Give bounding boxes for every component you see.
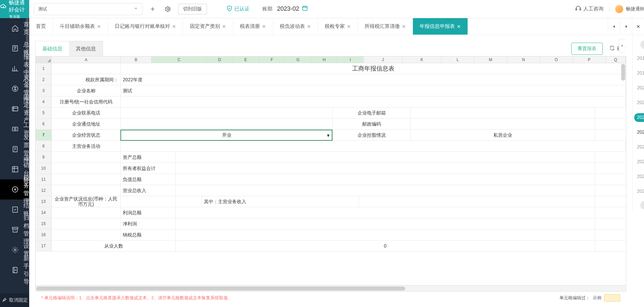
- year-2018年[interactable]: 2018年: [633, 51, 644, 66]
- year-2027年[interactable]: 2027年: [633, 184, 644, 199]
- value[interactable]: [176, 174, 595, 185]
- col-header-H[interactable]: H: [311, 56, 337, 63]
- value[interactable]: [121, 119, 333, 129]
- add-button[interactable]: [147, 4, 158, 14]
- label[interactable]: 净利润: [121, 218, 176, 229]
- label[interactable]: 企业电子邮箱: [333, 107, 411, 118]
- label[interactable]: 资产总额: [121, 152, 176, 163]
- year-down[interactable]: [640, 201, 644, 210]
- row-header[interactable]: 5: [36, 107, 52, 118]
- label[interactable]: 企业通信地址: [52, 119, 121, 129]
- tab-close-all[interactable]: [632, 18, 644, 35]
- label[interactable]: 企业名称: [52, 85, 121, 96]
- tab-close-icon[interactable]: ✕: [457, 24, 461, 29]
- value[interactable]: [176, 218, 595, 229]
- value[interactable]: [121, 107, 333, 118]
- value[interactable]: [176, 207, 595, 218]
- col-header-I[interactable]: I: [337, 56, 364, 63]
- tab[interactable]: 首页: [29, 18, 53, 35]
- value[interactable]: 2022年度: [121, 74, 626, 85]
- label[interactable]: 纳税总额: [121, 229, 176, 240]
- year-2020年[interactable]: 2020年: [633, 81, 644, 95]
- label[interactable]: 负债总额: [121, 174, 176, 185]
- value[interactable]: 0: [176, 240, 595, 251]
- spreadsheet[interactable]: ABCDEFGHIJKLMNOPQ 1工商年报信息表2税款所属期间：2022年度…: [35, 56, 626, 292]
- sheet-vscroll[interactable]: [621, 64, 625, 81]
- tab-close-icon[interactable]: ✕: [402, 24, 406, 29]
- col-header-C[interactable]: C: [152, 56, 207, 63]
- col-header-O[interactable]: O: [540, 56, 573, 63]
- label[interactable]: 企业联系电话: [52, 107, 121, 118]
- tab[interactable]: 年报信息申报表 ✕: [413, 18, 468, 35]
- subtab-basic[interactable]: 基础信息: [36, 41, 69, 56]
- sidebar-item-guide[interactable]: 新手引导: [0, 260, 29, 280]
- sidebar-scrollbar[interactable]: [26, 18, 29, 119]
- label[interactable]: 所有者权益合计: [121, 163, 176, 174]
- value[interactable]: [176, 229, 595, 240]
- value[interactable]: [411, 119, 595, 129]
- cell[interactable]: [176, 196, 202, 207]
- tab[interactable]: 税表清册 ✕: [233, 18, 273, 35]
- value[interactable]: [176, 163, 595, 174]
- label[interactable]: 邮政编码: [333, 119, 411, 129]
- value[interactable]: 测试: [121, 85, 626, 96]
- row-header[interactable]: 17: [36, 240, 52, 251]
- tab[interactable]: 所得税汇算清缴 ✕: [358, 18, 413, 35]
- tab[interactable]: 税检专家 ✕: [318, 18, 358, 35]
- col-header-L[interactable]: L: [441, 56, 474, 63]
- year-2025年[interactable]: 2025年: [633, 155, 644, 169]
- year-2019年[interactable]: 2019年: [633, 66, 644, 81]
- col-header-M[interactable]: M: [474, 56, 507, 63]
- sheet-hscroll[interactable]: [36, 285, 626, 291]
- value[interactable]: [411, 107, 595, 118]
- col-header-A[interactable]: A: [52, 56, 121, 63]
- tab-close-icon[interactable]: ✕: [307, 24, 311, 29]
- value[interactable]: [121, 96, 626, 107]
- value[interactable]: [176, 152, 595, 163]
- label[interactable]: 利润总额: [121, 207, 176, 218]
- value[interactable]: [359, 196, 595, 207]
- row-header[interactable]: 1: [36, 63, 52, 74]
- row-header[interactable]: 2: [36, 74, 52, 85]
- year-2026年[interactable]: 2026年: [633, 169, 644, 184]
- tab[interactable]: 固定资产类别 ✕: [183, 18, 233, 35]
- label[interactable]: 税款所属期间：: [52, 74, 121, 85]
- reset-report-button[interactable]: 重置报表: [571, 43, 603, 55]
- col-header-G[interactable]: G: [285, 56, 311, 63]
- row-header[interactable]: 14: [36, 207, 52, 218]
- tab[interactable]: 斗目辅助余额表 ✕: [53, 18, 108, 35]
- col-header-J[interactable]: J: [364, 56, 402, 63]
- consult-button[interactable]: 人工咨询: [575, 5, 603, 12]
- year-rail-collapse[interactable]: [619, 39, 626, 52]
- label[interactable]: 企业控股情况: [333, 130, 411, 140]
- sidebar-item-archive[interactable]: 归档管理: [0, 220, 29, 240]
- tab-close-icon[interactable]: ✕: [222, 24, 226, 29]
- col-header-B[interactable]: B: [121, 56, 152, 63]
- tab[interactable]: 税负波动表 ✕: [273, 18, 318, 35]
- switch-old-button[interactable]: 切到旧版: [178, 4, 207, 14]
- row-header[interactable]: 16: [36, 229, 52, 240]
- holding-value[interactable]: 私营企业: [411, 130, 595, 140]
- label[interactable]: 其中：主营业务收入: [202, 196, 359, 207]
- col-header-E[interactable]: E: [233, 56, 259, 63]
- label[interactable]: 企业经营状态: [52, 130, 121, 140]
- row-header[interactable]: 12: [36, 185, 52, 196]
- tab-close-icon[interactable]: ✕: [172, 24, 176, 29]
- label[interactable]: 从业人数: [52, 240, 176, 251]
- row-header[interactable]: 8: [36, 141, 52, 151]
- row-header[interactable]: 11: [36, 174, 52, 185]
- label[interactable]: 注册号/统一社会信用代码: [52, 96, 121, 107]
- value[interactable]: [121, 141, 626, 151]
- label[interactable]: 主营业务活动: [52, 141, 121, 151]
- select-all-corner[interactable]: [36, 56, 52, 63]
- label[interactable]: 营业总收入: [121, 185, 176, 196]
- year-up[interactable]: [640, 40, 644, 49]
- col-header-F[interactable]: F: [259, 56, 285, 63]
- dropdown-icon[interactable]: ▼: [326, 133, 330, 138]
- sidebar-item-tax[interactable]: 税务管理: [0, 179, 29, 200]
- row-header[interactable]: 9: [36, 152, 52, 163]
- tab-close-icon[interactable]: ✕: [262, 24, 266, 29]
- unpin-button[interactable]: 取消固定: [0, 294, 29, 307]
- col-header-K[interactable]: K: [402, 56, 441, 63]
- tab-scroll-right[interactable]: [620, 18, 632, 35]
